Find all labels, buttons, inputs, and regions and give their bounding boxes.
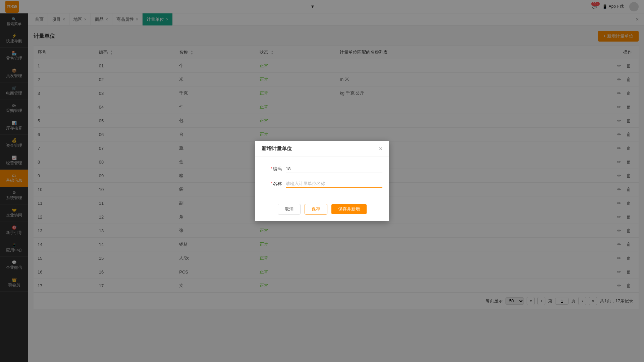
modal-footer: 取消 保存 保存并新增 [255,200,389,221]
modal-close-button[interactable]: × [379,146,382,152]
code-label: 编码 [262,166,282,172]
cancel-button[interactable]: 取消 [278,204,301,215]
name-label: 名称 [262,181,282,187]
modal-overlay[interactable]: 新增计量单位 × 编码 名称 取消 保存 保存并新增 [0,0,644,362]
code-input[interactable] [286,165,382,173]
add-unit-modal: 新增计量单位 × 编码 名称 取消 保存 保存并新增 [255,141,389,221]
name-input[interactable] [286,180,382,188]
modal-body: 编码 名称 [255,157,389,200]
modal-title: 新增计量单位 [262,145,292,152]
form-row-code: 编码 [262,165,382,173]
save-button[interactable]: 保存 [305,204,327,215]
save-new-button[interactable]: 保存并新增 [331,204,367,214]
modal-header: 新增计量单位 × [255,141,389,157]
form-row-name: 名称 [262,180,382,188]
